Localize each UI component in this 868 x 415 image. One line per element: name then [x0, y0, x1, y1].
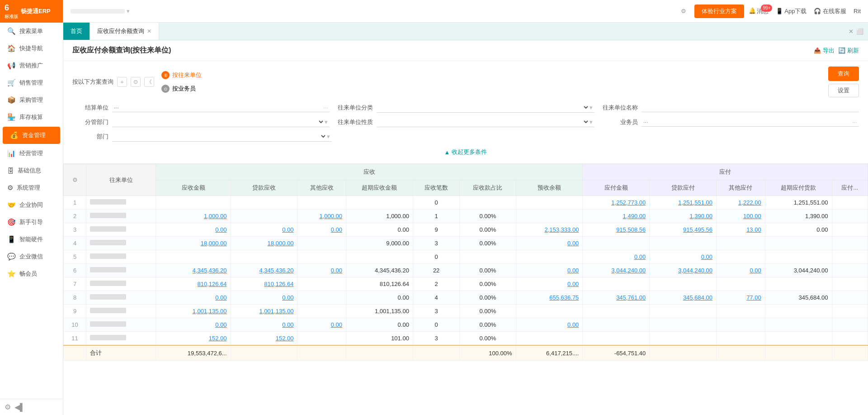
salesman-input-wrap[interactable]: ··· — [642, 118, 859, 127]
data-cell[interactable]: 0.00 — [297, 318, 346, 332]
data-cell[interactable] — [717, 332, 765, 346]
data-cell[interactable]: 4,345,436.20 — [231, 264, 297, 277]
data-cell[interactable]: 915,508.56 — [583, 223, 650, 237]
sidebar-item-collab[interactable]: 🤝 企业协同 — [0, 196, 63, 214]
data-cell[interactable]: 0.00 — [156, 291, 231, 305]
data-cell[interactable]: 1,390.00 — [650, 210, 717, 223]
data-cell[interactable]: 0.00 — [297, 264, 346, 277]
partner-nature-select-wrap[interactable]: ▾ — [377, 117, 594, 127]
settings-query-button[interactable]: 设置 — [828, 84, 859, 97]
data-cell[interactable] — [297, 291, 346, 305]
sidebar-item-marketing[interactable]: 📢 营销推广 — [0, 57, 63, 74]
data-cell[interactable]: 345,761.00 — [583, 291, 650, 305]
sidebar-item-purchase[interactable]: 📦 采购管理 — [0, 91, 63, 109]
data-cell[interactable]: 0.00 — [156, 318, 231, 332]
data-cell[interactable] — [516, 210, 583, 223]
data-cell[interactable]: 3,044,240.00 — [583, 264, 650, 277]
sidebar-item-search[interactable]: 🔍 搜索菜单 — [0, 23, 63, 40]
data-cell[interactable]: 13.00 — [717, 223, 765, 237]
data-cell[interactable] — [231, 196, 297, 210]
data-cell[interactable]: 1,252,773.00 — [583, 196, 650, 210]
settlement-unit-input[interactable] — [114, 104, 323, 111]
data-cell[interactable]: 1,000.00 — [156, 210, 231, 223]
data-cell[interactable] — [717, 250, 765, 264]
sidebar-item-guide[interactable]: 🎯 新手引导 — [0, 214, 63, 231]
tab-close-window-icon[interactable]: ✕ — [849, 28, 854, 35]
sidebar-collapse-btn[interactable]: ◀▌ — [14, 403, 25, 411]
sidebar-item-sales[interactable]: 🛒 销售管理 — [0, 74, 63, 91]
tab-ar-ap[interactable]: 应收应付余额查询 ✕ — [90, 23, 159, 40]
scheme-by-partner[interactable]: ⑥ 按往来单位 — [158, 69, 205, 81]
data-cell[interactable]: 1,000.00 — [297, 210, 346, 223]
query-button[interactable]: 查询 — [828, 67, 859, 81]
tab-close-icon[interactable]: ✕ — [147, 28, 151, 34]
data-cell[interactable] — [516, 250, 583, 264]
data-cell[interactable]: 655,636.75 — [516, 291, 583, 305]
data-cell[interactable]: 1,001,135.00 — [231, 305, 297, 318]
data-cell[interactable] — [717, 237, 765, 250]
data-cell[interactable]: 1,490.00 — [583, 210, 650, 223]
data-cell[interactable] — [156, 196, 231, 210]
partner-nature-select[interactable] — [378, 118, 589, 126]
data-cell[interactable]: 0.00 — [516, 237, 583, 250]
data-cell[interactable]: 0.00 — [231, 318, 297, 332]
online-service-link[interactable]: 🎧 在线客服 — [814, 7, 846, 15]
data-cell[interactable]: 0.00 — [231, 291, 297, 305]
data-cell[interactable] — [650, 305, 717, 318]
refresh-button[interactable]: 🔄 刷新 — [838, 47, 859, 55]
data-cell[interactable] — [650, 237, 717, 250]
data-cell[interactable] — [516, 332, 583, 346]
data-cell[interactable]: 2,153,333.00 — [516, 223, 583, 237]
salesman-input[interactable] — [643, 119, 852, 125]
partner-name-input[interactable] — [643, 104, 857, 111]
data-cell[interactable]: 0.00 — [516, 264, 583, 277]
dept-manager-select[interactable] — [114, 118, 325, 126]
data-cell[interactable]: 100.00 — [717, 210, 765, 223]
filter-collapse-icon-btn[interactable]: 《 — [144, 77, 154, 87]
data-cell[interactable] — [583, 237, 650, 250]
sidebar-item-wechat[interactable]: 💬 企业微信 — [0, 248, 63, 265]
collapse-button[interactable]: ▲ 收起更多条件 — [72, 146, 859, 158]
data-cell[interactable]: 77.00 — [717, 291, 765, 305]
sidebar-item-system[interactable]: ⚙ 系统管理 — [0, 179, 63, 196]
data-cell[interactable]: 0.00 — [297, 223, 346, 237]
partner-category-select-wrap[interactable]: ▾ — [377, 103, 594, 113]
sidebar-item-quick-nav[interactable]: 🏠 快捷导航 — [0, 40, 63, 57]
data-cell[interactable] — [717, 277, 765, 291]
data-cell[interactable] — [650, 332, 717, 346]
data-cell[interactable] — [583, 318, 650, 332]
data-cell[interactable] — [231, 250, 297, 264]
data-cell[interactable] — [650, 318, 717, 332]
data-cell[interactable] — [583, 332, 650, 346]
data-cell[interactable]: 152.00 — [156, 332, 231, 346]
dept-manager-select-wrap[interactable]: ▾ — [112, 117, 330, 127]
data-cell[interactable] — [650, 277, 717, 291]
sidebar-item-operations[interactable]: 📊 经营管理 — [0, 145, 63, 162]
partner-category-select[interactable] — [378, 104, 589, 111]
data-cell[interactable]: 0.00 — [156, 223, 231, 237]
sidebar-item-finance[interactable]: 💰 资金管理 — [3, 127, 60, 144]
partner-name-input-wrap[interactable] — [642, 103, 859, 112]
data-cell[interactable] — [717, 318, 765, 332]
app-download-link[interactable]: 📱 App下载 — [776, 7, 807, 15]
data-cell[interactable] — [583, 305, 650, 318]
data-cell[interactable] — [297, 196, 346, 210]
data-cell[interactable] — [297, 250, 346, 264]
data-cell[interactable]: 0.00 — [516, 277, 583, 291]
sidebar-item-basic[interactable]: 🗄 基础信息 — [0, 162, 63, 179]
export-button[interactable]: 📤 导出 — [814, 47, 835, 55]
data-cell[interactable] — [516, 305, 583, 318]
data-cell[interactable]: 810,126.64 — [156, 277, 231, 291]
data-cell[interactable]: 3,044,240.00 — [650, 264, 717, 277]
data-cell[interactable]: 18,000.00 — [156, 237, 231, 250]
data-cell[interactable] — [516, 196, 583, 210]
data-cell[interactable] — [297, 305, 346, 318]
data-cell[interactable] — [297, 237, 346, 250]
data-cell[interactable] — [231, 210, 297, 223]
scheme-by-salesman[interactable]: ⊙ 按业务员 — [158, 83, 205, 95]
data-cell[interactable]: 18,000.00 — [231, 237, 297, 250]
data-cell[interactable] — [583, 277, 650, 291]
tab-expand-icon[interactable]: ⬜ — [856, 28, 863, 35]
sidebar-item-vip[interactable]: ⭐ 畅会员 — [0, 265, 63, 282]
data-cell[interactable]: 0.00 — [717, 264, 765, 277]
